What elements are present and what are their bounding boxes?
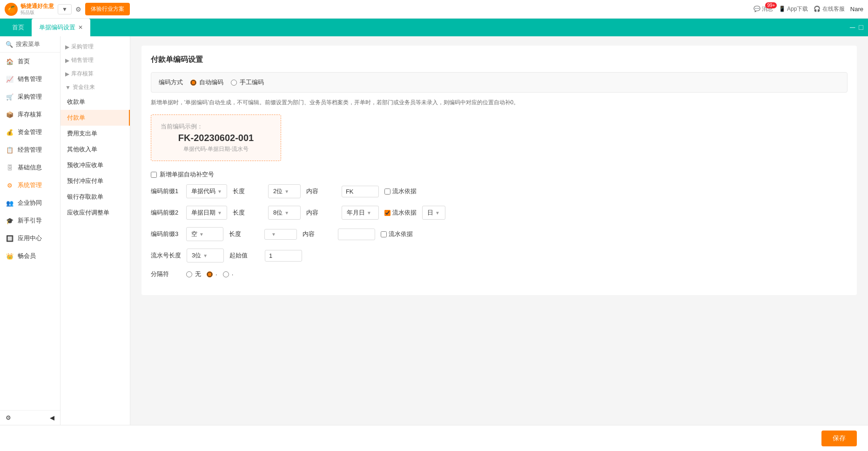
sidebar-item-guide[interactable]: 🎓 新手引导 (0, 212, 60, 229)
sep-none-input[interactable] (186, 271, 192, 277)
sidebar-item-sales[interactable]: 📈 销售管理 (0, 70, 60, 88)
prefix2-label: 编码前缀2 (151, 209, 181, 217)
content1-label: 内容 (306, 187, 336, 195)
sidebar-item-collab[interactable]: 👥 企业协同 (0, 194, 60, 212)
serial1-checkbox[interactable] (384, 188, 390, 195)
start-value-input[interactable] (265, 250, 302, 262)
main-content: 付款单编码设置 编码方式 自动编码 手工编码 新增单据时，'单据编码'自动生成，… (130, 36, 868, 425)
topbar-left: 🍊 畅捷通好生意 拓品版 ▼ ⚙ 体验行业方案 (5, 3, 130, 16)
tab-home[interactable]: 首页 (5, 19, 32, 36)
sep-dot-input[interactable] (223, 271, 229, 277)
inventory-icon: 📦 (6, 110, 14, 119)
content1-input[interactable] (342, 186, 379, 197)
sidebar-item-bank[interactable]: 银行存取款单 (61, 189, 130, 205)
serial2-unit-chevron-icon: ▼ (435, 210, 440, 215)
sidebar-item-apps[interactable]: 🔲 应用中心 (0, 229, 60, 247)
sep-none-radio[interactable]: 无 (186, 270, 201, 278)
serial-num-label: 流水号长度 (151, 251, 181, 260)
manual-code-radio[interactable]: 手工编码 (231, 78, 264, 87)
serial2-checkbox-group[interactable]: 流水依据 (384, 209, 417, 217)
content-sidebar: ▶ 采购管理 ▶ 销售管理 ▶ 库存核算 ▼ 资金往来 收款单 付款单 费用支出… (61, 36, 130, 425)
trial-btn[interactable]: 体验行业方案 (85, 3, 130, 15)
search-menu[interactable]: 🔍 搜索菜单 (0, 36, 60, 53)
tab-close-icon[interactable]: ✕ (78, 24, 83, 31)
sidebar-item-payment[interactable]: 付款单 (61, 110, 130, 126)
search-icon: 🔍 (6, 41, 13, 48)
msg-badge: 99+ (765, 2, 777, 8)
sidebar-item-purchase[interactable]: 🛒 采购管理 (0, 88, 60, 106)
section-purchase[interactable]: ▶ 采购管理 (61, 40, 130, 54)
online-service[interactable]: 🎧 在线客服 (814, 5, 844, 13)
serial3-checkbox[interactable] (381, 231, 387, 237)
serial3-checkbox-group[interactable]: 流水依据 (381, 230, 413, 238)
logo-icon: 🍊 (5, 3, 18, 16)
sidebar-item-receipt[interactable]: 收款单 (61, 94, 130, 110)
prefix1-label: 编码前缀1 (151, 187, 181, 195)
settings-icon[interactable]: ⚙ (75, 6, 81, 13)
sidebar-item-prepay-offset[interactable]: 预收冲应收单 (61, 157, 130, 173)
length2-select[interactable]: 8位 ▼ (268, 206, 301, 220)
section-inventory[interactable]: ▶ 库存核算 (61, 67, 130, 81)
sidebar-item-ops[interactable]: 📋 经营管理 (0, 141, 60, 159)
topbar-controls: ▼ ⚙ (58, 4, 81, 14)
section-capital[interactable]: ▼ 资金往来 (61, 81, 130, 94)
sidebar-item-member[interactable]: 👑 畅会员 (0, 247, 60, 265)
length2-chevron-icon: ▼ (284, 210, 289, 215)
length1-select[interactable]: 2位 ▼ (268, 184, 301, 198)
logo: 🍊 畅捷通好生意 拓品版 (5, 3, 54, 16)
sep-dash-radio[interactable]: · (207, 271, 217, 278)
ops-icon: 📋 (6, 146, 14, 154)
content2-select[interactable]: 年月日 ▼ (342, 206, 379, 220)
section-sales[interactable]: ▶ 销售管理 (61, 54, 130, 67)
length3-select[interactable]: ▼ (264, 229, 297, 240)
main-layout: 🔍 搜索菜单 🏠 首页 📈 销售管理 🛒 采购管理 📦 库存核算 💰 资金管理 … (0, 36, 868, 425)
sidebar-item-other-income[interactable]: 其他收入单 (61, 141, 130, 157)
prefix1-chevron-icon: ▼ (217, 189, 222, 194)
save-button[interactable]: 保存 (821, 431, 857, 446)
prefix3-label: 编码前缀3 (151, 230, 181, 238)
company-dropdown[interactable]: ▼ (58, 4, 72, 14)
sidebar-item-finance[interactable]: 💰 资金管理 (0, 123, 60, 141)
info-text: 新增单据时，'单据编码'自动生成，不可编辑。前缀设置为部门、业务员等档案类，开单… (151, 98, 848, 107)
nav-tabs: 首页 单据编码设置 ✕ ─ □ (0, 19, 868, 36)
serial-num-chevron-icon: ▼ (203, 253, 208, 258)
app-download[interactable]: 📱 App下载 (779, 5, 808, 13)
new-voucher-checkbox[interactable] (151, 172, 157, 178)
bottom-collapse-icon[interactable]: ◀ (50, 414, 54, 421)
serial2-label: 流水依据 (392, 209, 417, 217)
serial2-unit-select[interactable]: 日 ▼ (422, 206, 445, 220)
manual-code-input[interactable] (231, 80, 237, 86)
tab-voucher-code[interactable]: 单据编码设置 ✕ (32, 19, 90, 36)
preview-code: FK-20230602-001 (161, 133, 271, 143)
prefix1-select[interactable]: 单据代码 ▼ (186, 184, 227, 198)
topbar-right: 💬 消息 99+ 📱 App下载 🎧 在线客服 Nare (754, 5, 863, 13)
length2-label: 长度 (233, 209, 262, 217)
serial-num-select[interactable]: 3位 ▼ (187, 249, 224, 263)
sidebar-item-home[interactable]: 🏠 首页 (0, 53, 60, 70)
sidebar-item-advance-offset[interactable]: 预付冲应付单 (61, 173, 130, 189)
prefix2-chevron-icon: ▼ (217, 210, 222, 215)
user-name[interactable]: Nare (850, 6, 863, 13)
sales-icon: 📈 (6, 75, 14, 83)
message-icon[interactable]: 💬 消息 99+ (754, 5, 773, 13)
system-icon: ⚙ (6, 181, 14, 189)
content3-input[interactable] (338, 229, 375, 240)
page-title: 付款单编码设置 (151, 55, 848, 65)
auto-code-radio[interactable]: 自动编码 (190, 78, 223, 87)
sidebar-item-system[interactable]: ⚙ 系统管理 (0, 176, 60, 194)
minimize-icon[interactable]: ─ (850, 23, 855, 32)
sidebar-item-basic[interactable]: 🗄 基础信息 (0, 159, 60, 176)
serial1-checkbox-group[interactable]: 流水依据 (384, 187, 417, 195)
sidebar-item-inventory[interactable]: 📦 库存核算 (0, 106, 60, 123)
sep-dash-label: · (215, 271, 217, 278)
sidebar-item-expense[interactable]: 费用支出单 (61, 126, 130, 141)
serial2-checkbox[interactable] (384, 210, 390, 216)
auto-code-input[interactable] (190, 80, 196, 86)
sep-dash-input[interactable] (207, 271, 213, 277)
sep-dot-radio[interactable]: · (223, 271, 234, 278)
sidebar-item-adjustment[interactable]: 应收应付调整单 (61, 205, 130, 221)
bottom-settings-icon[interactable]: ⚙ (6, 414, 11, 421)
maximize-icon[interactable]: □ (859, 23, 863, 32)
prefix3-select[interactable]: 空 ▼ (186, 227, 223, 241)
prefix2-select[interactable]: 单据日期 ▼ (186, 206, 227, 220)
